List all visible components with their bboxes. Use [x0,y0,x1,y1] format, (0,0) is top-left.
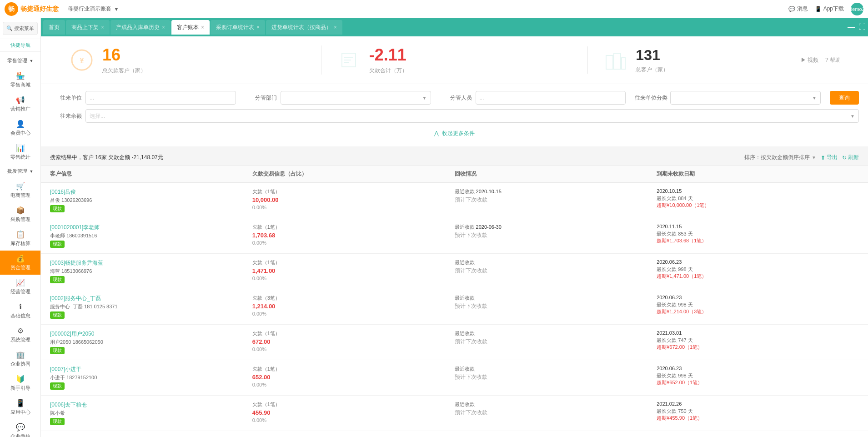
person-input[interactable]: ... [476,91,626,105]
supplier-input[interactable]: ... [85,91,236,105]
customer-name-link[interactable]: [0007]小进干 [50,366,81,372]
dept-select[interactable]: ▼ [281,91,431,105]
tab-customer-account[interactable]: 客户账本 × [171,20,210,35]
member-icon: 👤 [16,120,25,128]
sidebar-item-batch-mgmt[interactable]: 批发管理 ▼ [0,164,40,178]
debt-amount[interactable]: 652.00 [252,374,455,381]
stats-icon: 📊 [16,144,25,152]
result-debt-prefix: 欠款金额 [108,154,130,161]
result-prefix: 搜索结果中，客户 [50,154,94,161]
customer-name-link[interactable]: [0002]服务中心_丁磊 [50,295,101,301]
table-row: [0001020001]李老师 李老师 18600391516 现款 欠款（1笔… [41,218,868,254]
overdue-amount[interactable]: 超期¥1,703.68（1笔） [657,237,859,244]
customer-info-cell: [0006]去下粮仓 陈小希 现款 [50,401,252,425]
tab-close-icon[interactable]: × [101,24,104,30]
sidebar-item-zero-retail-mgmt[interactable]: 零售管理 ▼ [0,54,40,68]
sidebar-item-ecommerce[interactable]: 🛒 电商管理 [0,178,40,202]
sidebar-item-inventory[interactable]: 📋 库存核算 [0,226,40,251]
sidebar-item-label: 零售管理 [7,57,27,64]
sort-select[interactable]: 排序：按欠款金额倒序排序 ▼ [744,154,816,161]
person-dots-icon: ... [480,95,484,101]
last-collection-label: 最近收款 [455,260,475,265]
sidebar-item-basic-info[interactable]: ℹ 基础信息 [0,299,40,323]
help-label: 帮助 [830,57,841,63]
overdue-amount[interactable]: 超期¥1,471.00（1笔） [657,273,859,280]
balance-label: 往来余额 [50,112,82,120]
debt-amount[interactable]: 1,703.68 [252,232,455,239]
debt-amount[interactable]: 455.90 [252,409,455,416]
tab-close-icon[interactable]: × [334,24,337,30]
overdue-amount[interactable]: 超期¥455.90（1笔） [657,415,859,422]
next-collection: 预计下次收款 [455,196,657,204]
export-button[interactable]: ⬆ 导出 [821,154,838,161]
app-download-button[interactable]: 📱 App下载 [815,5,844,13]
tab-production-history[interactable]: 产成品入库单历史 × [110,20,171,35]
tab-close-icon[interactable]: × [201,24,204,30]
overdue-amount[interactable]: 超期¥652.00（1笔） [657,379,859,386]
customer-name-link[interactable]: [0006]去下粮仓 [50,402,87,408]
category-select[interactable]: ▼ [670,91,821,105]
sidebar: 🔍 搜索菜单 快捷导航 零售管理 ▼ 🏪 零售商城 📢 营销推广 [0,18,41,437]
customer-name-link[interactable]: [000002]用户2050 [50,331,94,337]
sidebar-item-beginner[interactable]: 🔰 新手引导 [0,371,40,395]
company-name: 母婴行业演示账套 [68,5,111,13]
message-button[interactable]: 💬 消息 [788,5,808,13]
sidebar-item-app-center[interactable]: 📱 应用中心 [0,395,40,419]
debt-ratio: 0.00% [252,347,455,352]
customer-name-link[interactable]: [0003]畅捷服务尹海蓝 [50,260,103,266]
last-collection-label: 最近收款 [455,366,475,372]
customer-name-link[interactable]: [0001020001]李老师 [50,224,100,231]
tab-close-icon[interactable]: × [256,24,260,30]
sidebar-item-member-center[interactable]: 👤 会员中心 [0,116,40,140]
sidebar-item-zero-retail-store[interactable]: 🏪 零售商城 [0,68,40,92]
top-bar-right: 💬 消息 📱 App下载 demo2 [788,3,863,15]
sidebar-item-wechat[interactable]: 💬 企业微信 [0,419,40,437]
sidebar-item-label: 经营管理 [10,288,30,295]
sidebar-search-button[interactable]: 🔍 搜索菜单 [3,22,38,35]
next-collection: 预计下次收款 [455,338,657,346]
debt-info-cell: 欠款（1笔） 455.90 0.00% [252,401,455,425]
query-button[interactable]: 查询 [830,91,859,105]
help-button[interactable]: ? 帮助 [825,56,841,64]
debt-amount[interactable]: 10,000.00 [252,196,455,203]
debt-amount[interactable]: 672.00 [252,338,455,345]
tab-close-icon[interactable]: × [162,24,165,30]
supplier-dots-icon: ... [90,95,94,101]
tab-home[interactable]: 首页 [43,20,65,35]
table-row: [0016]吕俊 吕俊 13026203696 现款 欠款（1笔） 10,000… [41,183,868,218]
sidebar-item-retail-stats[interactable]: 📊 零售统计 [0,140,40,164]
sidebar-item-marketing[interactable]: 📢 营销推广 [0,92,40,116]
collapse-button[interactable]: ⋀ 收起更多条件 [50,127,859,140]
tab-purchase-summary[interactable]: 采购订单统计表 × [211,20,265,35]
company-selector[interactable]: 母婴行业演示账套 ▼ [63,5,124,13]
due-date-cell: 2020.11.15 最长欠款 853 天 超期¥1,703.68（1笔） [657,224,859,248]
balance-select[interactable]: 选择... ▼ [85,109,859,123]
overdue-amount[interactable]: 超期¥672.00（1笔） [657,344,859,351]
sidebar-item-business-mgmt[interactable]: 📈 经营管理 [0,275,40,299]
overdue-amount[interactable]: 超期¥1,214.00（3笔） [657,308,859,315]
debt-amount[interactable]: 1,214.00 [252,303,455,310]
sidebar-item-finance[interactable]: 💰 资金管理 [0,251,40,275]
debt-info-cell: 欠款（1笔） 672.00 0.00% [252,330,455,354]
svg-rect-4 [622,58,625,69]
tab-product-offline[interactable]: 商品上下架 × [66,20,110,35]
stat-info-debt-amount: -2.11 欠款合计（万） [369,45,407,75]
tab-minimize-icon[interactable]: — [848,23,855,31]
sidebar-item-enterprise[interactable]: 🏢 企业协同 [0,347,40,371]
customer-name-link[interactable]: [0016]吕俊 [50,189,76,195]
tab-maximize-icon[interactable]: ⛶ [858,23,866,31]
tab-incoming-stats[interactable]: 进货单统计表（按商品） × [266,20,342,35]
view-button[interactable]: ▶ 视频 [801,56,818,64]
sidebar-item-system-mgmt[interactable]: ⚙ 系统管理 [0,323,40,347]
overdue-amount[interactable]: 超期¥10,000.00（1笔） [657,202,859,209]
info-icon: ℹ [19,302,22,311]
sidebar-item-purchase-mgmt[interactable]: 📦 采购管理 [0,202,40,226]
quick-nav-button[interactable]: 快捷导航 [0,39,40,52]
refresh-button[interactable]: ↻ 刷新 [842,154,859,161]
recovery-cell: 最近收款 预计下次收款 [455,259,657,283]
user-avatar[interactable]: demo2 [851,3,863,15]
result-debt-total: -21,148.07元 [131,154,163,161]
debt-amount[interactable]: 1,471.00 [252,267,455,274]
sidebar-item-label: 批发管理 [7,168,27,175]
last-collection-label: 最近收款 [455,224,475,230]
